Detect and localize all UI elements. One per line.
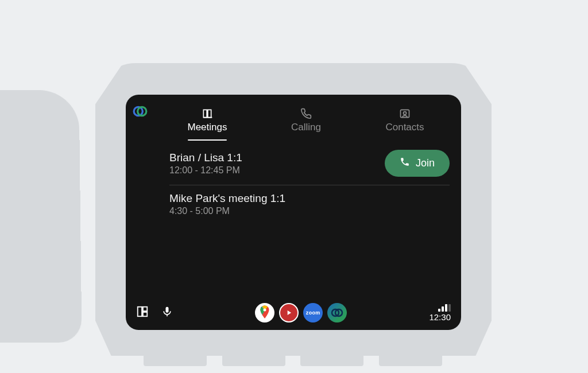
meeting-title: Mike Park's meeting 1:1 [169, 192, 285, 205]
svg-rect-5 [401, 110, 409, 117]
tab-meetings-label: Meetings [188, 122, 227, 133]
join-button[interactable]: Join [385, 150, 450, 177]
calling-icon [300, 107, 312, 120]
svg-rect-9 [143, 312, 147, 316]
meeting-list: Brian / Lisa 1:1 12:00 - 12:45 PM Join M… [126, 139, 461, 299]
status-clock: 12:30 [429, 312, 451, 322]
tab-meetings[interactable]: Meetings [158, 100, 257, 139]
car-display-screen: Meetings Calling Contacts [126, 95, 461, 330]
webex-logo-icon [133, 100, 158, 139]
dock-app-maps[interactable] [255, 303, 274, 323]
tab-contacts[interactable]: Contacts [355, 100, 454, 139]
svg-rect-2 [203, 110, 207, 117]
tab-contacts-label: Contacts [385, 122, 424, 133]
tab-calling-label: Calling [291, 122, 321, 133]
svg-rect-7 [138, 307, 142, 317]
meeting-row[interactable]: Brian / Lisa 1:1 12:00 - 12:45 PM Join [169, 143, 450, 185]
top-tabs: Meetings Calling Contacts [126, 95, 461, 139]
meeting-title: Brian / Lisa 1:1 [169, 151, 242, 164]
join-label: Join [416, 157, 435, 169]
svg-rect-3 [208, 110, 211, 117]
bottom-bar: zoom 12:30 [126, 299, 461, 330]
tab-calling[interactable]: Calling [257, 100, 355, 139]
svg-rect-8 [143, 307, 147, 311]
meetings-icon [201, 107, 214, 120]
meeting-row[interactable]: Mike Park's meeting 1:1 4:30 - 5:00 PM [169, 185, 450, 224]
dock-app-webex[interactable] [327, 303, 347, 323]
svg-point-6 [404, 111, 407, 114]
signal-icon [438, 304, 451, 312]
dock-app-youtube[interactable] [279, 303, 299, 323]
contacts-icon [399, 107, 411, 120]
dock-app-zoom[interactable]: zoom [303, 303, 323, 323]
phone-icon [400, 157, 410, 170]
zoom-label: zoom [306, 310, 320, 316]
mic-icon[interactable] [161, 306, 173, 320]
meeting-info: Mike Park's meeting 1:1 4:30 - 5:00 PM [169, 192, 285, 216]
meeting-time: 12:00 - 12:45 PM [169, 165, 242, 176]
launcher-icon[interactable] [136, 305, 149, 320]
dock: zoom [255, 303, 347, 323]
svg-point-11 [264, 309, 266, 312]
meeting-info: Brian / Lisa 1:1 12:00 - 12:45 PM [169, 151, 242, 176]
meeting-time: 4:30 - 5:00 PM [169, 206, 285, 216]
